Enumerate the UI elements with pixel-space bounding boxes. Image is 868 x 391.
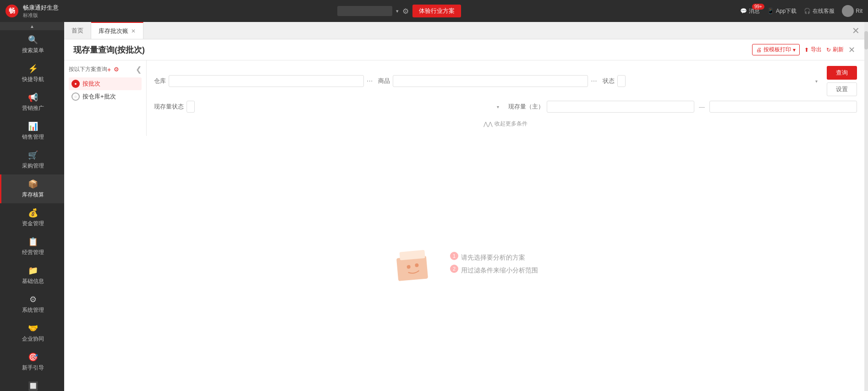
stock-qty-max-input[interactable]: [709, 101, 857, 113]
collab-icon: 🤝: [28, 323, 38, 333]
plan-selector-header: 按以下方案查询 + ⚙ ❮: [69, 65, 142, 74]
product-input[interactable]: [393, 75, 588, 87]
filter-area: 仓库 ··· 商品 ··· 状态: [147, 60, 864, 136]
sidebar-item-appcenter[interactable]: 🔲 应用中心: [0, 376, 64, 391]
sidebar-item-purchase[interactable]: 🛒 采购管理: [0, 146, 64, 174]
close-panel-button[interactable]: ✕: [848, 45, 855, 55]
plan-icon-gray: ○: [71, 92, 80, 101]
top-bar-left: 畅 畅康通好生意 标准版: [5, 4, 59, 19]
online-support-button[interactable]: 🎧 在线客服: [804, 7, 835, 15]
tab-close-icon[interactable]: ✕: [131, 28, 136, 34]
app-title: 畅康通好生意: [23, 4, 59, 12]
empty-state: 1 请先选择要分析的方案 2 用过滤条件来缩小分析范围: [64, 136, 864, 391]
stock-status-select[interactable]: [187, 101, 195, 113]
status-select[interactable]: [617, 75, 626, 87]
app-subtitle: 标准版: [23, 12, 59, 19]
tab-inventory-batch-label: 库存批次账: [99, 27, 128, 35]
content-area: 首页 库存批次账 ✕ ✕ 现存量查询(按批次) 🖨 按模板打印 ▾ ⬆ 导出: [64, 22, 864, 391]
user-name: Rit: [856, 8, 863, 14]
filter-group-stock-status: 现存量状态: [154, 101, 503, 113]
main-layout: ▲ 🔍 搜索菜单 ⚡ 快捷导航 📢 营销推广 📊 销售管理 🛒 采购管理 📦 库…: [0, 22, 868, 391]
app-download-button[interactable]: 📱 App下载: [767, 7, 797, 15]
plan-selector-title: 按以下方案查询: [69, 65, 107, 73]
collapse-up-icon: ⋀⋀: [483, 121, 493, 127]
empty-step-1: 1 请先选择要分析的方案: [450, 251, 538, 264]
plan-item-by-warehouse-batch[interactable]: ○ 按仓库+批次: [69, 90, 142, 103]
avatar-image: [842, 5, 854, 17]
guide-icon: 🎯: [28, 352, 38, 362]
search-input[interactable]: [337, 6, 392, 16]
sidebar-item-finance[interactable]: 💰 资金管理: [0, 203, 64, 232]
sidebar-item-system[interactable]: ⚙ 系统管理: [0, 290, 64, 319]
messages-button[interactable]: 💬 消息 99+: [740, 7, 760, 15]
plan-collapse-icon[interactable]: ❮: [136, 65, 142, 74]
product-label: 商品: [378, 77, 390, 85]
range-dash: —: [697, 103, 707, 110]
appcenter-icon: 🔲: [28, 381, 38, 391]
stock-qty-label: 现存量（主）: [508, 103, 544, 111]
warehouse-label: 仓库: [154, 77, 166, 85]
sidebar-item-collab[interactable]: 🤝 企业协同: [0, 319, 64, 348]
sidebar-label-marketing: 营销推广: [22, 104, 44, 112]
message-icon: 💬: [740, 8, 747, 14]
sidebar-item-shortcut[interactable]: ⚡ 快捷导航: [0, 59, 64, 88]
headset-icon: 🎧: [804, 8, 811, 14]
plan-add-button[interactable]: +: [107, 66, 111, 73]
sidebar-label-finance: 资金管理: [22, 220, 44, 228]
sidebar-item-operations[interactable]: 📋 经营管理: [0, 232, 64, 261]
top-bar: 畅 畅康通好生意 标准版 ▾ ⚙ 体验行业方案 💬 消息 99+ 📱 App下载…: [0, 0, 868, 22]
app-title-group: 畅康通好生意 标准版: [23, 4, 59, 19]
sidebar-label-sales: 销售管理: [22, 133, 44, 141]
sidebar-item-search[interactable]: 🔍 搜索菜单: [0, 30, 64, 59]
tab-inventory-batch[interactable]: 库存批次账 ✕: [91, 22, 143, 39]
empty-illustration-svg: [390, 241, 436, 287]
sidebar-scroll-up[interactable]: ▲: [0, 22, 64, 30]
empty-step-1-text: 请先选择要分析的方案: [461, 251, 525, 264]
sidebar: ▲ 🔍 搜索菜单 ⚡ 快捷导航 📢 营销推广 📊 销售管理 🛒 采购管理 📦 库…: [0, 22, 64, 391]
refresh-button[interactable]: ↻ 刷新: [826, 46, 844, 54]
inventory-icon: 📦: [28, 179, 38, 189]
phone-icon: 📱: [767, 8, 774, 14]
page-title: 现存量查询(按批次): [73, 44, 145, 55]
sidebar-item-inventory[interactable]: 📦 库存核算: [0, 174, 64, 203]
empty-step-2-text: 用过滤条件来缩小分析范围: [461, 264, 538, 277]
status-label: 状态: [603, 77, 615, 85]
sidebar-item-guide[interactable]: 🎯 新手引导: [0, 348, 64, 376]
app-logo: 畅: [5, 5, 18, 17]
sidebar-item-basics[interactable]: 📁 基础信息: [0, 261, 64, 290]
sidebar-label-operations: 经营管理: [22, 249, 44, 256]
product-more-icon[interactable]: ···: [591, 77, 597, 85]
top-bar-right: 💬 消息 99+ 📱 App下载 🎧 在线客服 Rit: [740, 5, 863, 17]
marketing-icon: 📢: [28, 92, 38, 103]
plan-item-by-batch[interactable]: ● 按批次: [69, 77, 142, 90]
step-2-number: 2: [450, 265, 458, 273]
stock-qty-min-input[interactable]: [547, 101, 694, 113]
empty-illustration: [390, 241, 436, 287]
experience-button[interactable]: 体验行业方案: [412, 5, 461, 17]
step-1-number: 1: [450, 252, 458, 260]
operations-icon: 📋: [28, 237, 38, 247]
warehouse-more-icon[interactable]: ···: [367, 77, 373, 85]
sidebar-item-sales[interactable]: 📊 销售管理: [0, 117, 64, 146]
sidebar-item-marketing[interactable]: 📢 营销推广: [0, 88, 64, 117]
filter-panel: 按以下方案查询 + ⚙ ❮ ● 按批次 ○ 按仓库+批次: [64, 60, 864, 136]
scrollbar[interactable]: [864, 22, 868, 391]
close-all-tabs-button[interactable]: ✕: [847, 22, 864, 39]
messages-badge: 99+: [752, 4, 764, 10]
warehouse-input[interactable]: [169, 75, 364, 87]
settings-button[interactable]: 设置: [827, 82, 857, 96]
query-button[interactable]: 查询: [827, 66, 857, 80]
export-button[interactable]: ⬆ 导出: [804, 46, 822, 54]
collapse-more-button[interactable]: ⋀⋀ 收起更多条件: [154, 117, 857, 130]
dropdown-icon[interactable]: ▾: [396, 8, 399, 14]
user-avatar[interactable]: Rit: [842, 5, 863, 17]
sidebar-label-search: 搜索菜单: [22, 47, 44, 54]
tab-home[interactable]: 首页: [64, 22, 91, 39]
system-icon: ⚙: [29, 294, 37, 304]
plan-item-label: 按批次: [82, 80, 100, 88]
plan-settings-button[interactable]: ⚙: [114, 66, 119, 73]
print-button[interactable]: 🖨 按模板打印 ▾: [752, 44, 800, 55]
basics-icon: 📁: [28, 266, 38, 276]
settings-icon[interactable]: ⚙: [402, 7, 409, 16]
tab-home-label: 首页: [71, 27, 83, 35]
